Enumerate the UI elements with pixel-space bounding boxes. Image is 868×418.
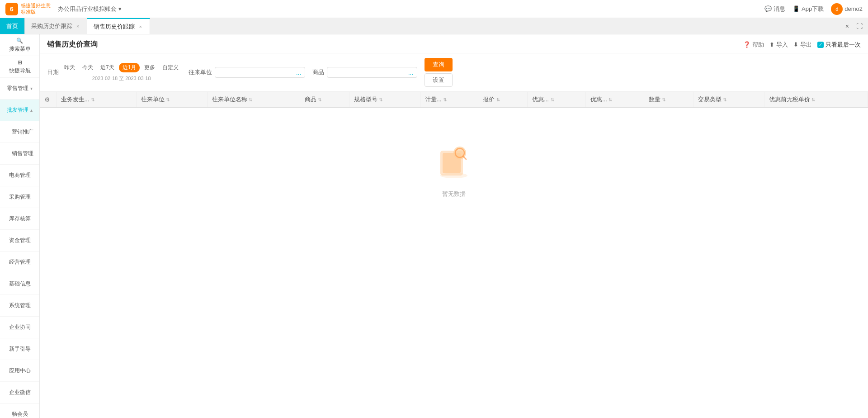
gear-icon[interactable]: ⚙ [44,96,50,103]
app-selector[interactable]: 办公用品行业模拟账套 ▾ [54,5,125,13]
sidebar-item-system-mgmt[interactable]: 系统管理 [0,295,39,317]
th-spec: 规格型号 ⇅ [349,92,420,108]
setting-button[interactable]: 设置 [425,73,453,87]
main-layout: 🔍 搜索菜单 ⊞ 快捷导航 零售管理 ▾ 批发管理 ▴ 营销推广 销售管理 电商… [0,34,868,418]
page-actions: ❓ 帮助 ⬆ 导入 ⬇ 导出 只看最后一次 [743,41,861,49]
product-dots-button[interactable]: ... [408,69,414,76]
tab-home[interactable]: 首页 [0,18,25,34]
help-icon: ❓ [743,41,750,48]
sort-icon-quantity[interactable]: ⇅ [662,97,665,102]
sort-icon-pre-tax-price[interactable]: ⇅ [811,97,815,102]
date-btn-1month[interactable]: 近1月 [119,63,140,72]
table-header-row: ⚙ 业务发生... ⇅ 往来单位 ⇅ 往来单位名称 ⇅ 商品 ⇅ [40,92,868,108]
date-filter-group: 日期 昨天 今天 近7天 近1月 更多 自定义 2023-02-18 至 202… [47,63,181,82]
topbar: 6 畅捷通好生意 标准版 办公用品行业模拟账套 ▾ 💬 消息 📱 App下载 d… [0,0,868,18]
th-trade-type: 交易类型 ⇅ [693,92,764,108]
sort-icon-biz-date[interactable]: ⇅ [91,97,94,102]
filter-bar: 日期 昨天 今天 近7天 近1月 更多 自定义 2023-02-18 至 202… [40,53,868,92]
sidebar-item-purchase-mgmt[interactable]: 采购管理 [0,186,39,208]
sidebar-item-enterprise-collab[interactable]: 企业协同 [0,317,39,338]
maximize-button[interactable]: ⛶ [854,22,864,31]
sidebar-item-finance-mgmt[interactable]: 资金管理 [0,230,39,252]
date-btn-7days[interactable]: 近7天 [98,63,117,72]
th-settings: ⚙ [40,92,56,108]
sidebar-item-operations-mgmt[interactable]: 经营管理 [0,252,39,273]
partner-input[interactable] [219,69,296,76]
query-button[interactable]: 查询 [425,58,453,71]
sidebar-item-app-center[interactable]: 应用中心 [0,360,39,382]
message-button[interactable]: 💬 消息 [764,5,785,13]
sidebar-item-quick-nav[interactable]: ⊞ 快捷导航 [0,56,39,78]
help-button[interactable]: ❓ 帮助 [743,41,764,49]
chevron-down-icon: ▾ [30,86,33,91]
partner-filter-group: 往来单位 ... [189,67,305,78]
export-icon: ⬇ [793,41,798,48]
close-tab-button[interactable]: × [844,22,851,31]
tabbar-actions: × ⛶ [840,18,868,34]
sidebar-item-marketing[interactable]: 营销推广 [0,121,39,143]
date-btn-yesterday[interactable]: 昨天 [61,63,78,72]
date-btn-more[interactable]: 更多 [142,63,158,72]
sort-icon-partner-name[interactable]: ⇅ [249,97,252,102]
only-last-checkbox-label[interactable]: 只看最后一次 [817,41,861,49]
sidebar-item-wholesale-mgmt[interactable]: 批发管理 ▴ [0,100,39,121]
sidebar-item-search-menu[interactable]: 🔍 搜索菜单 [0,34,39,56]
content-area: 销售历史价查询 ❓ 帮助 ⬆ 导入 ⬇ 导出 只看最后一次 [40,34,868,418]
partner-input-wrap: ... [215,67,305,78]
table-header: ⚙ 业务发生... ⇅ 往来单位 ⇅ 往来单位名称 ⇅ 商品 ⇅ [40,92,868,108]
th-partner-name: 往来单位名称 ⇅ [207,92,300,108]
sidebar-item-inventory-check[interactable]: 库存核算 [0,208,39,230]
sort-icon-price[interactable]: ⇅ [496,97,500,102]
sort-icon-product[interactable]: ⇅ [318,97,321,102]
chevron-up-icon: ▴ [30,108,33,113]
empty-icon [434,144,474,185]
close-sales-history-tab[interactable]: × [137,24,143,30]
sort-icon-spec[interactable]: ⇅ [379,97,382,102]
th-discount2: 优惠... ⇅ [585,92,644,108]
sort-icon-discount1[interactable]: ⇅ [551,97,554,102]
sidebar-item-retail-mgmt[interactable]: 零售管理 ▾ [0,78,39,100]
logo-area: 6 畅捷通好生意 标准版 [5,3,51,15]
th-partner-code: 往来单位 ⇅ [136,92,207,108]
page-title: 销售历史价查询 [47,40,98,49]
sort-icon-trade-type[interactable]: ⇅ [723,97,726,102]
product-input[interactable] [331,69,408,76]
sort-icon-unit[interactable]: ⇅ [443,97,447,102]
sidebar-item-basic-info[interactable]: 基础信息 [0,273,39,295]
chevron-down-icon: ▾ [118,5,122,12]
th-price: 报价 ⇅ [478,92,528,108]
sidebar-item-enterprise-wechat[interactable]: 企业微信 [0,382,39,404]
sidebar-item-new-guide[interactable]: 新手引导 [0,338,39,360]
close-purchase-history-tab[interactable]: × [75,23,80,29]
th-unit: 计量... ⇅ [420,92,478,108]
tab-purchase-history[interactable]: 采购历史价跟踪 × [25,18,87,34]
sidebar-item-member[interactable]: 畅会员 [0,404,39,418]
th-product: 商品 ⇅ [300,92,349,108]
only-last-checkbox[interactable] [817,42,824,48]
topbar-left: 6 畅捷通好生意 标准版 办公用品行业模拟账套 ▾ [5,3,125,15]
download-icon: 📱 [793,5,800,12]
action-buttons: 查询 设置 [425,58,453,87]
sidebar-item-ecommerce-mgmt[interactable]: 电商管理 [0,165,39,186]
date-buttons: 昨天 今天 近7天 近1月 更多 自定义 [61,63,181,72]
import-icon: ⬆ [769,41,774,48]
export-button[interactable]: ⬇ 导出 [793,41,812,49]
app-download-button[interactable]: 📱 App下载 [793,5,824,13]
data-table: ⚙ 业务发生... ⇅ 往来单位 ⇅ 往来单位名称 ⇅ 商品 ⇅ [40,92,868,108]
date-btn-custom[interactable]: 自定义 [160,63,181,72]
logo-icon: 6 [5,3,18,15]
th-biz-date: 业务发生... ⇅ [56,92,136,108]
grid-icon: ⊞ [18,59,22,66]
import-button[interactable]: ⬆ 导入 [769,41,788,49]
tab-sales-history[interactable]: 销售历史价跟踪 × [87,18,150,34]
logo-text: 畅捷通好生意 标准版 [21,3,51,14]
date-btn-today[interactable]: 今天 [80,63,96,72]
sidebar-item-sales-mgmt[interactable]: 销售管理 [0,143,39,165]
search-icon: 🔍 [16,38,23,44]
sort-icon-discount2[interactable]: ⇅ [609,97,612,102]
sort-icon-partner-code[interactable]: ⇅ [166,97,170,102]
user-profile[interactable]: d demo2 [831,3,863,15]
product-filter-label: 商品 [312,68,324,76]
partner-dots-button[interactable]: ... [296,69,302,76]
date-range-display: 2023-02-18 至 2023-03-18 [92,75,151,82]
